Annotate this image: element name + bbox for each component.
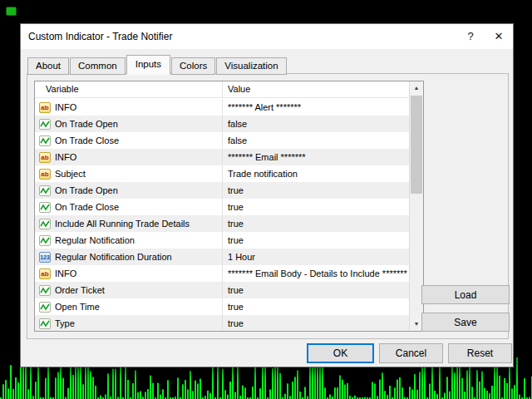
variable-name: Regular Notification bbox=[55, 232, 135, 249]
scrollbar-thumb[interactable] bbox=[411, 96, 422, 194]
variable-value[interactable]: ******* Email Body - Details to Include … bbox=[222, 265, 409, 282]
table-row[interactable]: On Trade Openfalse bbox=[35, 116, 409, 132]
load-button[interactable]: Load bbox=[421, 285, 510, 304]
variable-value[interactable]: true bbox=[222, 282, 409, 298]
variable-value[interactable]: ******* Email ******* bbox=[222, 149, 409, 165]
chart-corner-icon bbox=[6, 7, 17, 16]
table-row[interactable]: On Trade Closefalse bbox=[35, 132, 409, 149]
bool-type-icon bbox=[39, 235, 51, 246]
variable-name: Subject bbox=[55, 165, 86, 182]
variable-cell: Open Time bbox=[35, 298, 222, 315]
variable-cell: On Trade Close bbox=[35, 132, 222, 149]
scroll-up-icon[interactable]: ▲ bbox=[410, 81, 423, 95]
bool-type-icon bbox=[39, 219, 51, 229]
column-header-variable[interactable]: Variable bbox=[35, 81, 222, 97]
help-icon[interactable]: ? bbox=[456, 24, 485, 49]
variable-value[interactable]: true bbox=[222, 215, 409, 232]
table-row[interactable]: Include All Running Trade Detailstrue bbox=[35, 215, 409, 232]
variable-name: Regular Notification Duration bbox=[55, 249, 172, 265]
variable-value[interactable]: ******* Alert ******* bbox=[222, 99, 409, 116]
variable-value[interactable]: 1 Hour bbox=[222, 249, 409, 265]
enum-type-icon: 123 bbox=[39, 252, 51, 263]
save-button[interactable]: Save bbox=[421, 313, 510, 332]
window-title: Custom Indicator - Trade Notifier bbox=[21, 31, 456, 42]
table-header: Variable Value bbox=[35, 81, 409, 98]
titlebar[interactable]: Custom Indicator - Trade Notifier ? ✕ bbox=[21, 24, 513, 49]
column-header-value[interactable]: Value bbox=[222, 81, 409, 97]
table-body: abINFO******* Alert *******On Trade Open… bbox=[35, 99, 409, 332]
variable-name: Open Time bbox=[55, 298, 100, 315]
tab-inputs[interactable]: Inputs bbox=[126, 55, 170, 75]
variable-value[interactable]: true bbox=[222, 199, 409, 215]
string-type-icon: ab bbox=[39, 102, 51, 113]
variable-name: Type bbox=[55, 315, 75, 332]
variable-name: Order Ticket bbox=[55, 282, 105, 298]
variable-name: On Trade Open bbox=[55, 116, 118, 132]
bool-type-icon bbox=[39, 135, 51, 146]
variable-value[interactable]: Trade notification bbox=[222, 165, 409, 182]
close-icon[interactable]: ✕ bbox=[485, 24, 513, 49]
inputs-table: Variable Value abINFO******* Alert *****… bbox=[34, 81, 424, 332]
variable-cell: On Trade Close bbox=[35, 199, 222, 215]
variable-name: INFO bbox=[55, 99, 76, 116]
table-row[interactable]: 123Regular Notification Duration1 Hour bbox=[35, 249, 409, 265]
custom-indicator-dialog: Custom Indicator - Trade Notifier ? ✕ Ab… bbox=[20, 23, 514, 367]
variable-name: On Trade Open bbox=[55, 182, 118, 199]
string-type-icon: ab bbox=[39, 169, 51, 180]
table-row[interactable]: Typetrue bbox=[35, 315, 409, 332]
variable-name: INFO bbox=[55, 149, 76, 165]
variable-value[interactable]: true bbox=[222, 315, 409, 332]
tab-about[interactable]: About bbox=[27, 57, 69, 75]
variable-value[interactable]: false bbox=[222, 132, 409, 149]
variable-cell: On Trade Open bbox=[35, 116, 222, 132]
table-row[interactable]: Order Tickettrue bbox=[35, 282, 409, 298]
table-row[interactable]: abINFO******* Email Body - Details to In… bbox=[35, 265, 409, 282]
ok-button[interactable]: OK bbox=[307, 343, 374, 363]
table-row[interactable]: On Trade Opentrue bbox=[35, 182, 409, 199]
cancel-button[interactable]: Cancel bbox=[379, 343, 443, 363]
table-row[interactable]: abSubjectTrade notification bbox=[35, 165, 409, 182]
string-type-icon: ab bbox=[39, 152, 51, 163]
bool-type-icon bbox=[39, 202, 51, 213]
tab-visualization[interactable]: Visualization bbox=[216, 57, 286, 75]
variable-value[interactable]: true bbox=[222, 232, 409, 249]
reset-button[interactable]: Reset bbox=[448, 343, 512, 363]
variable-value[interactable]: false bbox=[222, 116, 409, 132]
table-row[interactable]: abINFO******* Email ******* bbox=[35, 149, 409, 165]
variable-cell: Include All Running Trade Details bbox=[35, 215, 222, 232]
table-row[interactable]: abINFO******* Alert ******* bbox=[35, 99, 409, 116]
string-type-icon: ab bbox=[39, 268, 51, 279]
bool-type-icon bbox=[39, 119, 51, 130]
variable-cell: Order Ticket bbox=[35, 282, 222, 298]
variable-cell: abSubject bbox=[35, 165, 222, 182]
variable-cell: Type bbox=[35, 315, 222, 332]
variable-cell: abINFO bbox=[35, 149, 222, 165]
bool-type-icon bbox=[39, 318, 51, 329]
table-row[interactable]: Regular Notificationtrue bbox=[35, 232, 409, 249]
variable-name: On Trade Close bbox=[55, 132, 119, 149]
bool-type-icon bbox=[39, 302, 51, 313]
table-row[interactable]: On Trade Closetrue bbox=[35, 199, 409, 215]
variable-name: INFO bbox=[55, 265, 76, 282]
table-row[interactable]: Open Timetrue bbox=[35, 298, 409, 315]
tab-colors[interactable]: Colors bbox=[171, 57, 215, 75]
variable-name: Include All Running Trade Details bbox=[55, 215, 190, 232]
variable-cell: 123Regular Notification Duration bbox=[35, 249, 222, 265]
tab-common[interactable]: Common bbox=[70, 57, 126, 75]
variable-cell: Regular Notification bbox=[35, 232, 222, 249]
bool-type-icon bbox=[39, 185, 51, 196]
variable-value[interactable]: true bbox=[222, 182, 409, 199]
variable-cell: abINFO bbox=[35, 265, 222, 282]
tab-strip: AboutCommonInputsColorsVisualization bbox=[27, 55, 288, 75]
bool-type-icon bbox=[39, 285, 51, 296]
variable-name: On Trade Close bbox=[55, 199, 119, 215]
variable-cell: abINFO bbox=[35, 99, 222, 116]
variable-cell: On Trade Open bbox=[35, 182, 222, 199]
variable-value[interactable]: true bbox=[222, 298, 409, 315]
